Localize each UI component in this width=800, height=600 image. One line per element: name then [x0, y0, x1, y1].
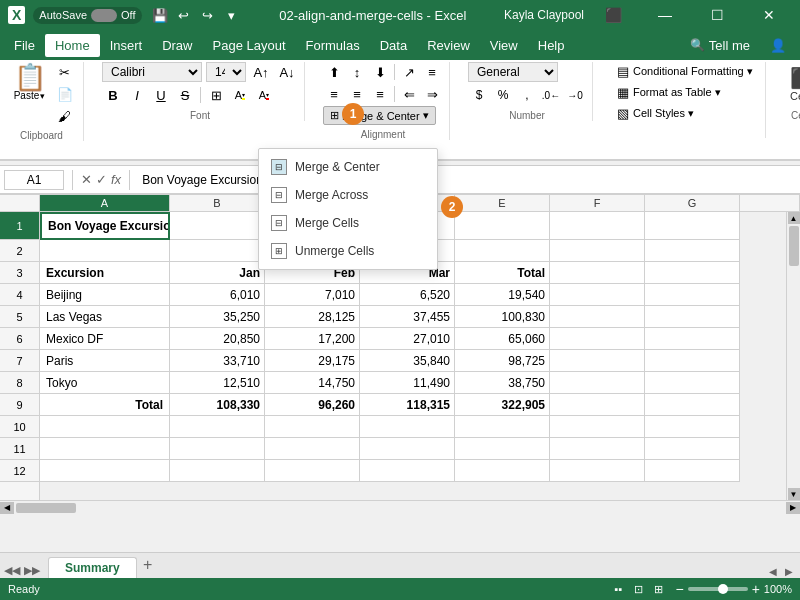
cell-C8[interactable]: 14,750	[265, 372, 360, 394]
cell-F2[interactable]	[550, 240, 645, 262]
autosave-toggle[interactable]: AutoSave Off	[33, 7, 141, 24]
cell-E10[interactable]	[455, 416, 550, 438]
menu-insert[interactable]: Insert	[100, 34, 153, 57]
undo-btn[interactable]: ↩	[174, 5, 194, 25]
cells-btn[interactable]: ⬛ Cells	[784, 62, 800, 106]
cell-A5[interactable]: Las Vegas	[40, 306, 170, 328]
font-family-select[interactable]: Calibri	[102, 62, 202, 82]
cell-F10[interactable]	[550, 416, 645, 438]
cell-A9[interactable]: Total	[40, 394, 170, 416]
scroll-thumb[interactable]	[789, 226, 799, 266]
row-num-5[interactable]: 5	[0, 306, 39, 328]
cell-B5[interactable]: 35,250	[170, 306, 265, 328]
cell-F9[interactable]	[550, 394, 645, 416]
cell-F1[interactable]	[550, 212, 645, 240]
cell-A10[interactable]	[40, 416, 170, 438]
menu-formulas[interactable]: Formulas	[296, 34, 370, 57]
cell-G5[interactable]	[645, 306, 740, 328]
row-num-8[interactable]: 8	[0, 372, 39, 394]
cell-B10[interactable]	[170, 416, 265, 438]
cell-E3[interactable]: Total	[455, 262, 550, 284]
normal-view-btn[interactable]: ▪▪	[609, 580, 627, 598]
cell-D4[interactable]: 6,520	[360, 284, 455, 306]
scroll-right-btn[interactable]: ▶	[786, 502, 800, 514]
number-format-select[interactable]: General	[468, 62, 558, 82]
cancel-formula-btn[interactable]: ✕	[81, 172, 92, 187]
cell-C5[interactable]: 28,125	[265, 306, 360, 328]
cell-A2[interactable]	[40, 240, 170, 262]
cell-D11[interactable]	[360, 438, 455, 460]
decrease-decimal-btn[interactable]: .0←	[540, 84, 562, 106]
sheet-scroll-right[interactable]: ▶	[782, 564, 796, 578]
cell-B12[interactable]	[170, 460, 265, 482]
vertical-scrollbar[interactable]: ▲ ▼	[786, 212, 800, 500]
cell-A12[interactable]	[40, 460, 170, 482]
page-layout-view-btn[interactable]: ⊡	[629, 580, 647, 598]
row-num-12[interactable]: 12	[0, 460, 39, 482]
cell-G9[interactable]	[645, 394, 740, 416]
cell-B2[interactable]	[170, 240, 265, 262]
cell-G4[interactable]	[645, 284, 740, 306]
cell-B9[interactable]: 108,330	[170, 394, 265, 416]
italic-btn[interactable]: I	[126, 84, 148, 106]
col-header-E[interactable]: E	[455, 195, 550, 211]
decrease-font-btn[interactable]: A↓	[276, 62, 298, 82]
format-as-table-btn[interactable]: ▦ Format as Table ▾	[611, 83, 727, 102]
cell-A11[interactable]	[40, 438, 170, 460]
cell-E8[interactable]: 38,750	[455, 372, 550, 394]
cell-F5[interactable]	[550, 306, 645, 328]
cell-G12[interactable]	[645, 460, 740, 482]
cell-E7[interactable]: 98,725	[455, 350, 550, 372]
cell-G11[interactable]	[645, 438, 740, 460]
cell-F4[interactable]	[550, 284, 645, 306]
cell-E5[interactable]: 100,830	[455, 306, 550, 328]
zoom-slider[interactable]	[688, 587, 748, 591]
sheet-tab-summary[interactable]: Summary	[48, 557, 137, 578]
decrease-indent-btn[interactable]: ⇐	[398, 84, 420, 104]
add-sheet-btn[interactable]: +	[137, 554, 159, 576]
cell-G2[interactable]	[645, 240, 740, 262]
cell-C10[interactable]	[265, 416, 360, 438]
col-header-B[interactable]: B	[170, 195, 265, 211]
h-scroll-thumb[interactable]	[16, 503, 76, 513]
menu-view[interactable]: View	[480, 34, 528, 57]
accounting-btn[interactable]: $	[468, 84, 490, 106]
menu-home[interactable]: Home	[45, 34, 100, 57]
cell-A6[interactable]: Mexico DF	[40, 328, 170, 350]
text-angle-btn[interactable]: ↗	[398, 62, 420, 82]
insert-function-btn[interactable]: fx	[111, 172, 121, 187]
cell-styles-btn[interactable]: ▧ Cell Styles ▾	[611, 104, 700, 123]
cell-G3[interactable]	[645, 262, 740, 284]
align-middle-btn[interactable]: ↕	[346, 62, 368, 82]
conditional-formatting-btn[interactable]: ▤ Conditional Formatting ▾	[611, 62, 759, 81]
cell-G7[interactable]	[645, 350, 740, 372]
cell-D10[interactable]	[360, 416, 455, 438]
cell-C7[interactable]: 29,175	[265, 350, 360, 372]
format-painter-btn[interactable]: 🖌	[54, 106, 76, 126]
increase-decimal-btn[interactable]: →0	[564, 84, 586, 106]
cell-E6[interactable]: 65,060	[455, 328, 550, 350]
cell-F12[interactable]	[550, 460, 645, 482]
cell-A1[interactable]: Bon Voyage Excursions	[40, 212, 170, 240]
underline-btn[interactable]: U	[150, 84, 172, 106]
cell-D9[interactable]: 118,315	[360, 394, 455, 416]
minimize-btn[interactable]: —	[642, 0, 688, 30]
menu-help[interactable]: Help	[528, 34, 575, 57]
fill-color-btn[interactable]: A▾	[229, 84, 251, 106]
row-num-7[interactable]: 7	[0, 350, 39, 372]
cell-D7[interactable]: 35,840	[360, 350, 455, 372]
align-bottom-btn[interactable]: ⬇	[369, 62, 391, 82]
merge-across-option[interactable]: ⊟ Merge Across	[259, 181, 437, 209]
increase-font-btn[interactable]: A↑	[250, 62, 272, 82]
menu-file[interactable]: File	[4, 34, 45, 57]
percent-btn[interactable]: %	[492, 84, 514, 106]
wrap-text-btn[interactable]: ≡	[421, 62, 443, 82]
cell-A3[interactable]: Excursion	[40, 262, 170, 284]
merge-center-option[interactable]: ⊟ Merge & Center	[259, 153, 437, 181]
cell-G6[interactable]	[645, 328, 740, 350]
sheet-nav-left[interactable]: ◀◀	[4, 562, 20, 578]
cell-C9[interactable]: 96,260	[265, 394, 360, 416]
row-num-3[interactable]: 3	[0, 262, 39, 284]
cell-E11[interactable]	[455, 438, 550, 460]
cell-F8[interactable]	[550, 372, 645, 394]
